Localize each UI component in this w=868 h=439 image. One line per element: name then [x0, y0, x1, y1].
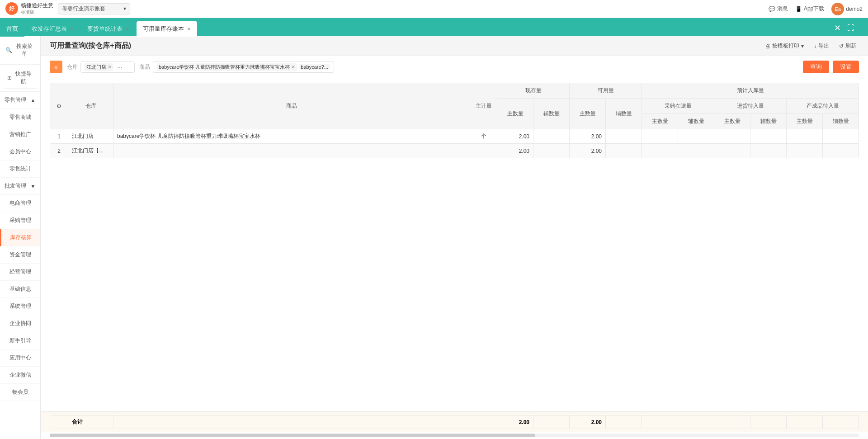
- close-all-tabs-button[interactable]: ✕: [834, 23, 841, 33]
- sidebar-item-sys-mgmt[interactable]: 系统管理: [0, 298, 40, 315]
- th-gear[interactable]: ⚙: [50, 83, 68, 129]
- th-avail-main: 主数量: [570, 99, 606, 129]
- user-name: demo2: [846, 6, 863, 12]
- th-available-group: 可用量: [570, 83, 642, 99]
- product-tag-2-text: babycare?...: [301, 64, 328, 70]
- chevron-down-icon: ▾: [123, 5, 126, 12]
- message-icon: 💬: [769, 6, 775, 12]
- export-label: 导出: [818, 42, 829, 50]
- app-download-button[interactable]: 📱 App下载: [795, 5, 824, 13]
- sidebar-item-zero-stats[interactable]: 零售统计: [0, 160, 40, 178]
- query-button[interactable]: 查询: [803, 61, 829, 73]
- table-row: 2 江北门店【... 2.00 2.00: [50, 144, 859, 158]
- sidebar-item-inventory-check[interactable]: 库存核算: [0, 229, 40, 246]
- sidebar-item-label: 经营管理: [9, 268, 31, 276]
- tab-shoufacun[interactable]: 收发存汇总表 ✕: [25, 21, 80, 37]
- tab-yaohuo-close[interactable]: ✕: [125, 26, 129, 32]
- summary-product-empty: [113, 415, 470, 429]
- sidebar-item-label: 营销推广: [9, 131, 31, 138]
- sidebar-item-app-center[interactable]: 应用中心: [0, 349, 40, 367]
- sidebar-item-label: 零售管理: [5, 96, 26, 104]
- logo-sub: 标准版: [21, 9, 53, 15]
- sidebar-item-zero-sales-mgmt[interactable]: 零售管理 ▲: [0, 92, 40, 109]
- content-area: 可用量查询(按仓库+商品) 🖨 按模板打印 ▾ ↓ 导出 ↺ 刷新: [41, 36, 868, 439]
- cell-mfg-sub: [823, 129, 859, 144]
- sidebar-item-label: 批发管理: [5, 182, 26, 190]
- avatar-text: Ea: [835, 6, 841, 12]
- cell-avail-sub: [606, 144, 642, 158]
- summary-avail-main: 2.00: [570, 415, 606, 429]
- sidebar-item-wholesale-mgmt[interactable]: 批发管理 ▼: [0, 178, 40, 195]
- cell-index: 2: [50, 144, 68, 158]
- sidebar-item-label: 畅会员: [12, 388, 28, 396]
- refresh-label: 刷新: [845, 42, 856, 50]
- sidebar-item-purchase-mgmt[interactable]: 采购管理: [0, 212, 40, 229]
- sidebar-item-zero-mall[interactable]: 零售商城: [0, 109, 40, 126]
- filter-toggle-button[interactable]: »: [50, 61, 62, 73]
- refresh-button[interactable]: ↺ 刷新: [836, 41, 859, 51]
- summary-mfg-sub: [823, 415, 859, 429]
- top-bar: 好 畅捷通好生意 标准版 母婴行业演示账套 ▾ 💬 消息 📱 App下载 Ea …: [0, 0, 868, 18]
- message-button[interactable]: 💬 消息: [769, 5, 788, 13]
- th-pur-transit-sub: 辅数量: [678, 114, 714, 129]
- warehouse-filter-input[interactable]: 江北门店 ✕ ···: [80, 61, 135, 73]
- quick-nav-button[interactable]: ⊞ 快捷导航: [4, 67, 37, 89]
- sidebar-item-marketing[interactable]: 营销推广: [0, 126, 40, 143]
- export-button[interactable]: ↓ 导出: [811, 41, 832, 51]
- cell-unit: 个: [470, 129, 497, 144]
- data-table: ⚙ 仓库 商品 主计量 现存量 可用量 预计入库量 主数量 辅数量 主数量 辅数…: [50, 83, 859, 158]
- horizontal-scrollbar[interactable]: [50, 434, 859, 437]
- tab-keyongliang-close[interactable]: ✕: [187, 26, 191, 32]
- product-filter-group: 商品 babycare学饮杯 儿童防摔防撞吸管杯重力球吸嘴杯宝宝水杯 ✕ bab…: [139, 61, 334, 73]
- warehouse-more-icon[interactable]: ···: [115, 63, 124, 71]
- user-area[interactable]: Ea demo2: [831, 3, 863, 15]
- expand-icon[interactable]: ⛶: [847, 24, 854, 32]
- scrollbar-thumb[interactable]: [50, 434, 535, 437]
- product-tag-1-text: babycare学饮杯 儿童防摔防撞吸管杯重力球吸嘴杯宝宝水杯: [159, 64, 290, 71]
- table-container: ⚙ 仓库 商品 主计量 现存量 可用量 预计入库量 主数量 辅数量 主数量 辅数…: [41, 78, 868, 411]
- th-pur-transit-main: 主数量: [642, 114, 678, 129]
- tab-yaohuo[interactable]: 要货单统计表 ✕: [81, 21, 136, 37]
- search-menu-button[interactable]: 🔍 搜索菜单: [4, 41, 37, 60]
- tab-home[interactable]: 首页: [0, 21, 24, 37]
- filter-bar: » 仓库 江北门店 ✕ ··· 商品 babycare学饮杯 儿童防摔防撞吸管杯…: [41, 56, 868, 78]
- warehouse-tag-remove[interactable]: ✕: [108, 64, 112, 70]
- cell-stock-sub: [533, 144, 570, 158]
- th-warehouse: 仓库: [68, 83, 113, 129]
- print-arrow-icon: ▾: [801, 43, 804, 49]
- avatar: Ea: [831, 3, 844, 15]
- logo-text: 畅捷通好生意: [21, 2, 53, 9]
- summary-table: 合计 2.00 2.00: [50, 415, 859, 429]
- top-bar-left: 好 畅捷通好生意 标准版 母婴行业演示账套 ▾: [5, 2, 130, 15]
- print-button[interactable]: 🖨 按模板打印 ▾: [762, 41, 807, 51]
- sidebar-item-corp-wechat[interactable]: 企业微信: [0, 367, 40, 384]
- th-mfg-sub: 辅数量: [823, 114, 859, 129]
- sidebar-item-label: 系统管理: [9, 302, 31, 310]
- warehouse-filter-group: 仓库 江北门店 ✕ ···: [67, 61, 135, 73]
- tab-shoufacun-close[interactable]: ✕: [70, 26, 74, 32]
- product-filter-input[interactable]: babycare学饮杯 儿童防摔防撞吸管杯重力球吸嘴杯宝宝水杯 ✕ babyca…: [153, 61, 334, 73]
- app-download-label: App下载: [804, 5, 824, 13]
- table-footer: 合计 2.00 2.00: [41, 411, 868, 432]
- sidebar-item-new-guide[interactable]: 新手引导: [0, 332, 40, 349]
- summary-incoming-main: [714, 415, 750, 429]
- setting-button[interactable]: 设置: [833, 61, 859, 73]
- cell-incoming-main: [714, 144, 750, 158]
- cell-avail-sub: [606, 129, 642, 144]
- sidebar-item-biz-mgmt[interactable]: 经营管理: [0, 264, 40, 281]
- sidebar-item-basic-info[interactable]: 基础信息: [0, 281, 40, 298]
- print-label: 按模板打印: [772, 42, 799, 50]
- sidebar-item-corp-collab[interactable]: 企业协同: [0, 315, 40, 332]
- sidebar-item-free-member[interactable]: 畅会员: [0, 384, 40, 401]
- summary-pur-transit-sub: [678, 415, 714, 429]
- product-tag-1-remove[interactable]: ✕: [291, 64, 295, 70]
- industry-selector[interactable]: 母婴行业演示账套 ▾: [58, 3, 130, 14]
- sidebar-item-finance-mgmt[interactable]: 资金管理: [0, 246, 40, 264]
- sidebar-item-member-center[interactable]: 会员中心: [0, 143, 40, 160]
- cell-warehouse: 江北门店【...: [68, 144, 113, 158]
- filter-actions: 查询 设置: [803, 61, 859, 73]
- tab-keyongliang[interactable]: 可用量库存账本 ✕: [137, 21, 197, 37]
- cell-incoming-sub: [750, 144, 787, 158]
- sidebar-item-ecom-mgmt[interactable]: 电商管理: [0, 195, 40, 212]
- search-icon: 🔍: [5, 47, 12, 53]
